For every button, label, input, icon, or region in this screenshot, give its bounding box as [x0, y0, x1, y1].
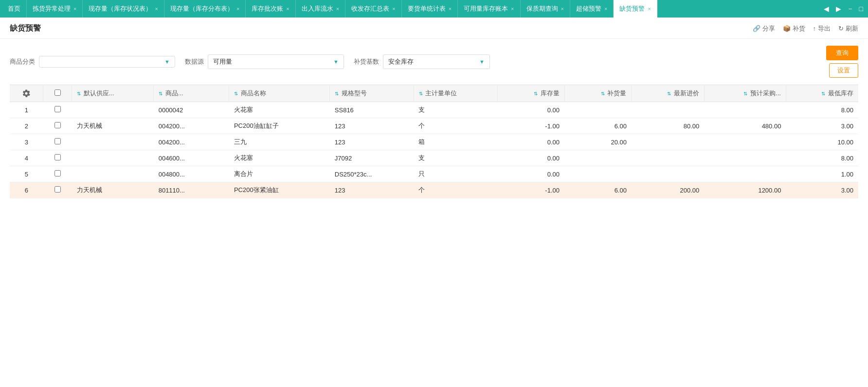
row-min-stock: 1.00 — [786, 166, 858, 182]
row-replenish: 6.00 — [564, 182, 632, 198]
tab-expiry[interactable]: 保质期查询 × — [521, 0, 570, 18]
row-code: 004200... — [154, 118, 229, 134]
replenish-basis-filter-group: 补货基数 安全库存 ▼ — [354, 54, 490, 69]
replenish-basis-value: 安全库存 — [388, 57, 414, 66]
row-unit: 只 — [414, 166, 497, 182]
row-code: 004600... — [154, 150, 229, 166]
tab-minimize-button[interactable]: − — [845, 3, 855, 15]
row-checkbox[interactable] — [54, 106, 61, 112]
export-icon: ↑ — [813, 25, 816, 32]
settings-button[interactable]: 设置 — [829, 63, 858, 78]
query-button[interactable]: 查询 — [826, 46, 858, 60]
tab-pick-error[interactable]: 拣货异常处理 × — [27, 0, 83, 18]
export-button[interactable]: ↑ 导出 — [813, 24, 831, 33]
row-estimated-purchase — [704, 102, 786, 118]
tab-maximize-button[interactable]: □ — [856, 3, 866, 15]
row-code: 0000042 — [154, 102, 229, 118]
tab-homepage[interactable]: 首页 — [2, 0, 27, 18]
col-header-code[interactable]: ⇅ 商品... — [154, 85, 229, 102]
datasource-select[interactable]: 可用量 ▼ — [208, 54, 344, 69]
col-header-supplier[interactable]: ⇅ 默认供应... — [72, 85, 154, 102]
tab-next-button[interactable]: ▶ — [833, 3, 844, 15]
settings-gear-icon[interactable] — [22, 89, 31, 98]
tab-close-stock-status[interactable]: × — [155, 6, 158, 12]
refresh-button[interactable]: ↻ 刷新 — [838, 24, 858, 33]
tab-stock-status[interactable]: 现存量（库存状况表） × — [83, 0, 164, 18]
tab-close-summary[interactable]: × — [392, 6, 395, 12]
row-spec: 123 — [330, 134, 414, 150]
row-product-name: PC200油缸缸子 — [229, 118, 330, 134]
col-header-unit[interactable]: ⇅ 主计量单位 — [414, 85, 497, 102]
col-header-estimated[interactable]: ⇅ 预计采购... — [704, 85, 786, 102]
row-checkbox[interactable] — [54, 122, 61, 128]
tab-stock-dist[interactable]: 现存量（库存分布表） × — [164, 0, 246, 18]
tab-requisition[interactable]: 要货单统计表 × — [402, 0, 458, 18]
tab-close-expiry[interactable]: × — [561, 6, 564, 12]
page-header: 缺货预警 🔗 分享 📦 补货 ↑ 导出 ↻ 刷新 — [0, 18, 868, 39]
row-checkbox-cell — [43, 150, 72, 166]
row-latest-price — [632, 150, 704, 166]
col-header-spec[interactable]: ⇅ 规格型号 — [330, 85, 414, 102]
tab-close-batch-account[interactable]: × — [286, 6, 289, 12]
row-checkbox[interactable] — [54, 186, 61, 193]
tab-batch-account[interactable]: 库存批次账 × — [246, 0, 295, 18]
row-checkbox[interactable] — [54, 138, 61, 144]
row-number: 6 — [10, 182, 43, 198]
sort-code-icon: ⇅ — [159, 91, 163, 96]
row-spec: SS816 — [330, 102, 414, 118]
row-stock: 0.00 — [497, 150, 564, 166]
category-select[interactable]: ▼ — [39, 56, 175, 68]
col-header-name[interactable]: ⇅ 商品名称 — [229, 85, 330, 102]
tab-close-overstock[interactable]: × — [604, 6, 607, 12]
row-supplier: 力天机械 — [72, 182, 154, 198]
row-checkbox-cell — [43, 118, 72, 134]
row-checkbox[interactable] — [54, 154, 61, 160]
row-unit: 支 — [414, 102, 497, 118]
row-supplier — [72, 134, 154, 150]
row-number: 5 — [10, 166, 43, 182]
row-replenish — [564, 150, 632, 166]
col-header-latest-price[interactable]: ⇅ 最新进价 — [632, 85, 704, 102]
col-header-min-stock[interactable]: ⇅ 最低库存 — [786, 85, 858, 102]
tab-close-stock-dist[interactable]: × — [236, 6, 239, 12]
tab-close-available-ledger[interactable]: × — [511, 6, 514, 12]
row-latest-price — [632, 166, 704, 182]
tab-available-ledger[interactable]: 可用量库存账本 × — [458, 0, 520, 18]
category-label: 商品分类 — [10, 57, 35, 66]
col-header-stock[interactable]: ⇅ 库存量 — [497, 85, 564, 102]
row-product-name: 离合片 — [229, 166, 330, 182]
row-supplier — [72, 102, 154, 118]
row-checkbox[interactable] — [54, 170, 61, 176]
row-stock: 0.00 — [497, 102, 564, 118]
tab-prev-button[interactable]: ◀ — [821, 3, 832, 15]
row-code: 801110... — [154, 182, 229, 198]
tab-shortage[interactable]: 缺货预警 × — [614, 0, 657, 18]
sort-price-icon: ⇅ — [667, 91, 671, 96]
table-header-row: ⇅ 默认供应... ⇅ 商品... ⇅ 商品名称 ⇅ 规格型号 — [10, 85, 858, 102]
row-checkbox-cell — [43, 166, 72, 182]
row-checkbox-cell — [43, 102, 72, 118]
table-body: 1 0000042 火花塞 SS816 支 0.00 8.00 2 力天机械 0… — [10, 102, 858, 198]
datasource-label: 数据源 — [185, 57, 204, 66]
sort-name-icon: ⇅ — [234, 91, 238, 96]
tab-summary[interactable]: 收发存汇总表 × — [345, 0, 401, 18]
row-latest-price — [632, 102, 704, 118]
tab-bar: 首页 拣货异常处理 × 现存量（库存状况表） × 现存量（库存分布表） × 库存… — [0, 0, 868, 18]
replenish-basis-select[interactable]: 安全库存 ▼ — [383, 54, 490, 69]
row-min-stock: 8.00 — [786, 102, 858, 118]
sort-supplier-icon: ⇅ — [77, 91, 81, 96]
category-chevron-icon: ▼ — [164, 59, 170, 65]
col-header-replenish[interactable]: ⇅ 补货量 — [564, 85, 632, 102]
tab-close-shortage[interactable]: × — [648, 6, 651, 12]
replenish-button[interactable]: 📦 补货 — [783, 24, 805, 33]
tab-overstock[interactable]: 超储预警 × — [570, 0, 614, 18]
row-min-stock: 8.00 — [786, 150, 858, 166]
row-stock: 0.00 — [497, 134, 564, 150]
sort-spec-icon: ⇅ — [335, 91, 339, 96]
tab-inout-flow[interactable]: 出入库流水 × — [296, 0, 345, 18]
tab-close-requisition[interactable]: × — [449, 6, 452, 12]
share-button[interactable]: 🔗 分享 — [753, 24, 775, 33]
tab-close-inout-flow[interactable]: × — [336, 6, 339, 12]
tab-close-pick-error[interactable]: × — [73, 6, 76, 12]
select-all-checkbox[interactable] — [54, 89, 61, 96]
